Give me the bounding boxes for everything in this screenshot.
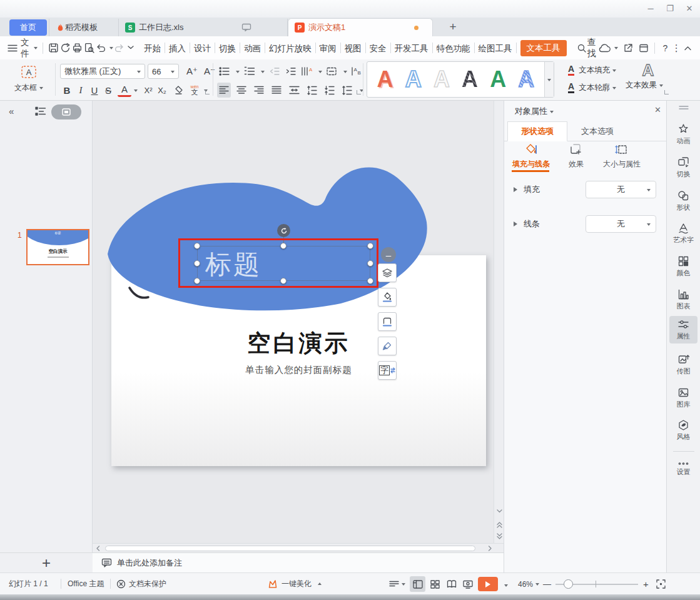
shape-outline-button[interactable] xyxy=(378,312,397,331)
clear-format-icon[interactable] xyxy=(171,83,185,98)
phonetic-guide-button[interactable]: wén文 xyxy=(188,83,201,98)
window-minimize-button[interactable]: ─ xyxy=(642,3,659,15)
play-options-caret-icon[interactable] xyxy=(504,584,508,589)
search-icon[interactable] xyxy=(577,41,587,56)
zoom-out-button[interactable]: — xyxy=(543,573,551,595)
subscript-button[interactable]: X₂ xyxy=(155,83,169,98)
sticky-note-icon[interactable] xyxy=(639,41,649,56)
align-center-button[interactable] xyxy=(235,83,248,98)
menu-tab-devtools[interactable]: 开发工具 xyxy=(391,43,433,53)
bullet-list-button[interactable] xyxy=(217,64,231,79)
dock-item-shapes[interactable]: 形状 xyxy=(669,187,697,215)
collapse-toolbar-button[interactable]: – xyxy=(381,247,396,262)
bold-button[interactable]: B xyxy=(60,83,74,98)
zoom-slider-thumb[interactable] xyxy=(564,579,573,589)
next-slide-icon[interactable] xyxy=(495,531,504,541)
tab-preview-bubble-icon[interactable] xyxy=(241,23,251,32)
dock-item-wordart[interactable]: 艺术字 xyxy=(669,220,697,247)
decrease-line-spacing-button[interactable] xyxy=(322,83,336,98)
slide-subtitle[interactable]: 单击输入您的封面副标题 xyxy=(111,364,486,376)
menu-tab-transition[interactable]: 切换 xyxy=(215,43,240,53)
format-brush-button[interactable] xyxy=(378,337,397,355)
slide-thumbnail-1-selected[interactable]: 标题 空白演示 xyxy=(26,229,89,265)
subtab-effects[interactable]: 效果 xyxy=(564,142,589,170)
textbox-style-button[interactable] xyxy=(325,64,338,79)
dock-item-transition[interactable]: 切换 xyxy=(669,154,697,181)
text-direction-button[interactable]: A xyxy=(300,64,313,79)
dock-drag-handle[interactable] xyxy=(679,106,689,109)
fill-row-label[interactable]: 填充 xyxy=(514,184,540,195)
effects-group-expander[interactable] xyxy=(664,90,669,94)
caret-down-icon[interactable] xyxy=(134,89,138,94)
subtab-fill-and-line-active[interactable]: 填充与线条 xyxy=(512,142,550,170)
line-spacing-options-button[interactable] xyxy=(340,83,353,98)
menu-tab-security[interactable]: 安全 xyxy=(366,43,391,53)
dock-item-style[interactable]: 风格 xyxy=(669,417,697,444)
customize-quickbar-chevron-icon[interactable] xyxy=(126,41,136,56)
decrease-font-button[interactable]: A⁻ xyxy=(203,64,216,79)
horizontal-scroll-thumb[interactable] xyxy=(105,546,475,551)
caret-down-icon[interactable] xyxy=(318,71,322,75)
fill-select[interactable]: 无 xyxy=(586,181,656,198)
new-tab-button[interactable]: + xyxy=(445,20,460,34)
menu-tab-animation[interactable]: 动画 xyxy=(240,43,265,53)
panel-title[interactable]: 对象属性 xyxy=(515,106,554,117)
presenter-view-button[interactable] xyxy=(460,576,475,592)
help-button[interactable]: ? xyxy=(660,41,670,56)
text-replace-button[interactable]: 字 xyxy=(378,361,397,380)
document-protection-status[interactable]: 文档未保护 xyxy=(116,573,166,595)
save-button[interactable] xyxy=(48,41,59,56)
character-rotate-button[interactable]: AB xyxy=(350,64,363,79)
increase-line-spacing-button[interactable] xyxy=(305,83,318,98)
slide-canvas[interactable]: 空白演示 单击输入您的封面副标题 标题 – 字 xyxy=(93,101,504,552)
wordart-style-3[interactable]: A xyxy=(434,63,450,96)
play-slideshow-button[interactable] xyxy=(478,577,498,591)
cloud-sync-icon[interactable] xyxy=(599,41,611,56)
increase-indent-button[interactable] xyxy=(283,64,297,79)
paragraph-group-expander[interactable] xyxy=(357,90,361,94)
dock-item-properties-active[interactable]: 属性 xyxy=(669,316,697,343)
caret-down-icon[interactable] xyxy=(236,71,240,75)
search-label[interactable]: 查找 xyxy=(587,37,598,59)
superscript-button[interactable]: X² xyxy=(141,83,155,98)
font-group-expander[interactable] xyxy=(205,90,210,94)
tab-docer-templates[interactable]: 稻壳模板 xyxy=(49,19,119,36)
more-options-button[interactable]: ⋮ xyxy=(671,41,681,56)
notes-bar[interactable]: 单击此处添加备注 xyxy=(93,552,504,572)
line-select[interactable]: 无 xyxy=(586,215,656,233)
wordart-style-1[interactable]: A xyxy=(377,63,393,96)
insert-textbox-button[interactable]: A 文本框 xyxy=(4,62,54,93)
wordart-style-2[interactable]: A xyxy=(405,63,422,96)
share-icon[interactable] xyxy=(623,41,633,56)
rotate-handle[interactable] xyxy=(277,224,290,237)
wordart-style-6[interactable]: A xyxy=(518,63,534,96)
menu-tab-insert[interactable]: 插入 xyxy=(165,43,190,53)
tab-worklog-xls[interactable]: S 工作日志.xls xyxy=(119,19,288,36)
strikethrough-button[interactable]: S xyxy=(101,83,115,98)
align-right-button[interactable] xyxy=(252,83,266,98)
numbered-list-button[interactable] xyxy=(242,64,256,79)
menu-tab-review[interactable]: 审阅 xyxy=(316,43,341,53)
menu-tab-design[interactable]: 设计 xyxy=(190,43,215,53)
hamburger-menu-icon[interactable] xyxy=(8,41,18,56)
text-effect-icon[interactable]: A xyxy=(634,61,662,80)
window-close-button[interactable]: ✕ xyxy=(681,3,697,15)
font-family-select[interactable]: 微软雅黑 (正文) xyxy=(60,64,145,79)
zoom-percentage[interactable]: 46% xyxy=(518,573,539,595)
tab-home[interactable]: 首页 xyxy=(9,19,47,36)
dock-item-colors[interactable]: 颜色 xyxy=(669,253,697,280)
reading-view-button[interactable] xyxy=(444,576,459,592)
file-menu[interactable]: 文件 xyxy=(21,37,31,59)
menu-tab-drawing-tools[interactable]: 绘图工具 xyxy=(475,43,517,53)
export-button[interactable] xyxy=(60,41,71,56)
menu-tab-text-tools-active[interactable]: 文本工具 xyxy=(520,40,567,56)
subtab-size-and-properties[interactable]: 大小与属性 xyxy=(597,142,647,170)
close-panel-button[interactable]: ✕ xyxy=(654,105,661,114)
italic-button[interactable]: I xyxy=(74,83,88,98)
underline-button[interactable]: U xyxy=(88,83,101,98)
one-click-beautify-button[interactable]: 一键美化 xyxy=(268,573,322,595)
menu-tab-start[interactable]: 开始 xyxy=(140,43,165,53)
vertical-scrollbar[interactable] xyxy=(494,101,504,543)
dock-item-charts[interactable]: 图表 xyxy=(669,286,697,313)
text-effect-button[interactable]: 文本效果 xyxy=(626,80,663,91)
